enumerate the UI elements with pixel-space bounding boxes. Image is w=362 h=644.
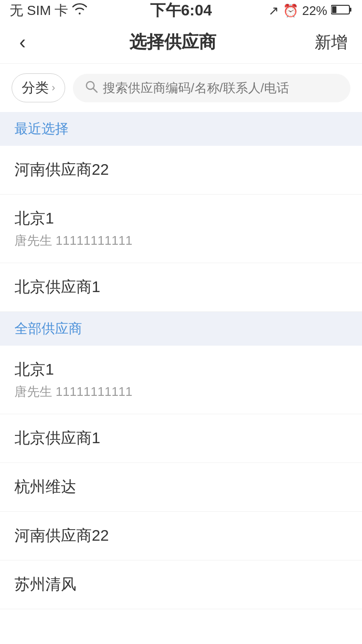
search-icon	[84, 80, 98, 97]
battery-text: 22%	[302, 3, 327, 18]
category-button[interactable]: 分类 ›	[12, 73, 65, 102]
item-sub: 唐先生 11111111111	[14, 383, 348, 400]
item-name: 苏州清风	[14, 574, 348, 595]
list-item[interactable]: 北京1唐先生 11111111111	[0, 346, 362, 414]
location-icon: ↗	[268, 3, 279, 18]
item-name: 北京1	[14, 359, 348, 380]
list-item[interactable]: 河南供应商22	[0, 146, 362, 195]
nav-bar: ‹ 选择供应商 新增	[0, 21, 362, 64]
status-bar: 无 SIM 卡 下午6:04 ↗ ⏰ 22%	[0, 0, 362, 21]
all-section-header: 全部供应商	[0, 312, 362, 346]
item-sub: 唐先生 11111111111	[14, 232, 348, 249]
item-name: 杭州维达	[14, 476, 348, 498]
category-label: 分类	[22, 79, 49, 97]
list-item[interactable]: 河南供应商22	[0, 512, 362, 560]
list-item[interactable]: 北京1唐先生 11111111111	[0, 195, 362, 263]
recent-items-list: 河南供应商22北京1唐先生 11111111111北京供应商1	[0, 146, 362, 312]
item-name: 北京1	[14, 208, 348, 229]
all-section-label: 全部供应商	[14, 321, 82, 336]
recent-section-header: 最近选择	[0, 112, 362, 146]
wifi-icon	[72, 3, 87, 19]
status-left: 无 SIM 卡	[10, 1, 87, 20]
search-input[interactable]	[103, 81, 339, 96]
recent-section-label: 最近选择	[14, 121, 69, 136]
svg-rect-1	[349, 8, 351, 12]
list-item[interactable]: 苏州清风	[0, 560, 362, 609]
status-right: ↗ ⏰ 22%	[268, 3, 352, 18]
item-name: 河南供应商22	[14, 159, 348, 181]
list-item[interactable]: 杭州维达	[0, 463, 362, 512]
back-button[interactable]: ‹	[14, 27, 30, 58]
list-item[interactable]: 北京供应商1	[0, 414, 362, 463]
search-bar[interactable]	[73, 74, 350, 102]
filter-bar: 分类 ›	[0, 64, 362, 112]
item-name: 河南供应商22	[14, 525, 348, 546]
battery-icon	[331, 3, 352, 18]
item-name: 北京供应商1	[14, 277, 348, 298]
item-name: 北京供应商1	[14, 428, 348, 449]
all-items-list: 北京1唐先生 11111111111北京供应商1杭州维达河南供应商22苏州清风	[0, 346, 362, 609]
carrier-text: 无 SIM 卡	[10, 1, 68, 20]
chevron-right-icon: ›	[52, 82, 55, 94]
svg-rect-2	[332, 6, 336, 13]
svg-line-4	[93, 88, 97, 92]
status-time: 下午6:04	[150, 0, 212, 21]
list-item[interactable]: 北京供应商1	[0, 263, 362, 312]
page-title: 选择供应商	[129, 30, 216, 54]
alarm-icon: ⏰	[283, 3, 298, 18]
add-button[interactable]: 新增	[315, 31, 348, 54]
